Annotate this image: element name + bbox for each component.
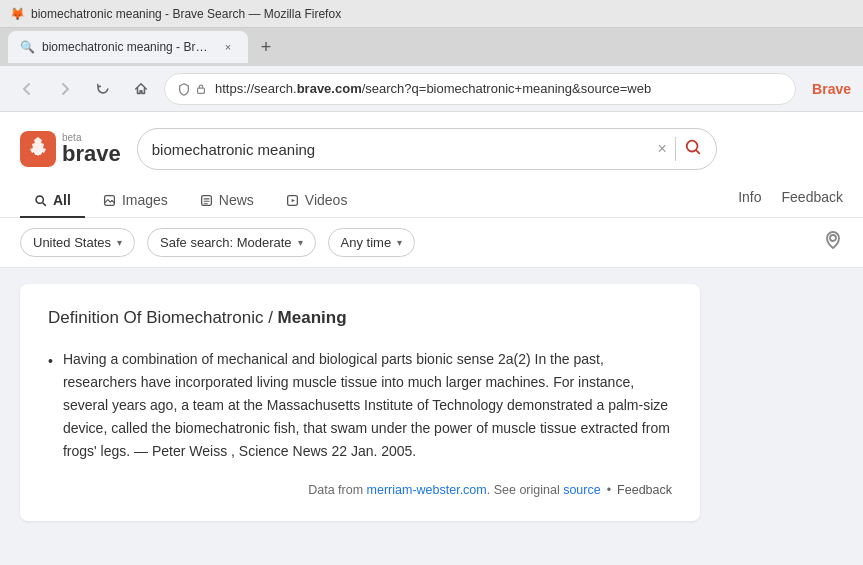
lock-icon bbox=[195, 83, 207, 95]
browser-icon: 🦊 bbox=[10, 7, 25, 21]
tab-images-label: Images bbox=[122, 192, 168, 208]
bullet-dot: • bbox=[48, 350, 53, 463]
tab-videos-label: Videos bbox=[305, 192, 348, 208]
address-bar[interactable]: https://search.brave.com/search?q=biomec… bbox=[164, 73, 796, 105]
results-area: Definition Of Biomechatronic / Meaning •… bbox=[0, 268, 863, 565]
address-text: https://search.brave.com/search?q=biomec… bbox=[215, 81, 783, 96]
brave-logo[interactable]: beta brave bbox=[20, 131, 121, 167]
new-tab-button[interactable]: + bbox=[252, 33, 280, 61]
tab-close-button[interactable]: × bbox=[220, 39, 236, 55]
forward-icon bbox=[58, 82, 72, 96]
logo-text: brave bbox=[62, 143, 121, 165]
brave-button[interactable]: Brave bbox=[812, 81, 851, 97]
info-link[interactable]: Info bbox=[738, 189, 761, 205]
definition-body: • Having a combination of mechanical and… bbox=[48, 348, 672, 463]
definition-footer: Data from merriam-webster.com. See origi… bbox=[48, 483, 672, 497]
definition-text: Having a combination of mechanical and b… bbox=[63, 348, 672, 463]
safe-search-chevron: ▾ bbox=[298, 237, 303, 248]
country-chevron: ▾ bbox=[117, 237, 122, 248]
safe-search-label: Safe search: Moderate bbox=[160, 235, 292, 250]
home-icon bbox=[134, 82, 148, 96]
definition-title-bold: Meaning bbox=[278, 308, 347, 327]
clear-search-button[interactable]: × bbox=[657, 140, 666, 158]
footer-prefix: Data from bbox=[308, 483, 366, 497]
brave-logo-icon bbox=[20, 131, 56, 167]
safe-search-filter[interactable]: Safe search: Moderate ▾ bbox=[147, 228, 316, 257]
search-icon bbox=[684, 138, 702, 156]
search-divider bbox=[675, 137, 676, 161]
location-pin-icon[interactable] bbox=[823, 230, 843, 255]
svg-point-2 bbox=[686, 140, 697, 151]
search-submit-button[interactable] bbox=[684, 138, 702, 161]
reload-button[interactable] bbox=[88, 74, 118, 104]
original-source-link[interactable]: source bbox=[563, 483, 601, 497]
news-icon bbox=[200, 194, 213, 207]
tab-title: biomechatronic meaning - Bra... bbox=[42, 40, 212, 54]
home-button[interactable] bbox=[126, 74, 156, 104]
country-label: United States bbox=[33, 235, 111, 250]
footer-middle: . See original bbox=[487, 483, 563, 497]
title-bar: 🦊 biomechatronic meaning - Brave Search … bbox=[0, 0, 863, 28]
tab-favicon: 🔍 bbox=[20, 40, 34, 54]
tab-news-label: News bbox=[219, 192, 254, 208]
tab-videos[interactable]: Videos bbox=[272, 184, 362, 218]
address-bar-icons bbox=[177, 82, 207, 96]
images-icon bbox=[103, 194, 116, 207]
search-input[interactable] bbox=[152, 141, 650, 158]
separator-dot: • bbox=[607, 483, 611, 497]
svg-rect-0 bbox=[198, 88, 205, 93]
videos-icon bbox=[286, 194, 299, 207]
svg-rect-4 bbox=[105, 195, 115, 205]
source-website-link[interactable]: merriam-webster.com bbox=[367, 483, 487, 497]
tab-all-label: All bbox=[53, 192, 71, 208]
country-filter[interactable]: United States ▾ bbox=[20, 228, 135, 257]
search-bar-row: beta brave × bbox=[20, 128, 843, 170]
time-chevron: ▾ bbox=[397, 237, 402, 248]
definition-bullet: • Having a combination of mechanical and… bbox=[48, 348, 672, 463]
browser-content: beta brave × bbox=[0, 112, 863, 565]
active-tab[interactable]: 🔍 biomechatronic meaning - Bra... × bbox=[8, 31, 248, 63]
tab-news[interactable]: News bbox=[186, 184, 268, 218]
search-input-wrapper: × bbox=[137, 128, 717, 170]
tab-all[interactable]: All bbox=[20, 184, 85, 218]
pin-icon bbox=[823, 230, 843, 250]
tab-images[interactable]: Images bbox=[89, 184, 182, 218]
definition-title: Definition Of Biomechatronic / Meaning bbox=[48, 308, 672, 328]
back-icon bbox=[20, 82, 34, 96]
shield-icon bbox=[177, 82, 191, 96]
definition-card: Definition Of Biomechatronic / Meaning •… bbox=[20, 284, 700, 521]
feedback-link[interactable]: Feedback bbox=[782, 189, 843, 205]
nav-bar: https://search.brave.com/search?q=biomec… bbox=[0, 66, 863, 112]
definition-title-prefix: Definition Of Biomechatronic / bbox=[48, 308, 278, 327]
search-header: beta brave × bbox=[0, 112, 863, 218]
forward-button[interactable] bbox=[50, 74, 80, 104]
svg-point-7 bbox=[830, 235, 836, 241]
info-feedback: Info Feedback bbox=[738, 189, 843, 213]
tab-bar: 🔍 biomechatronic meaning - Bra... × + bbox=[0, 28, 863, 66]
time-label: Any time bbox=[341, 235, 392, 250]
back-button[interactable] bbox=[12, 74, 42, 104]
svg-point-3 bbox=[36, 196, 43, 203]
time-filter[interactable]: Any time ▾ bbox=[328, 228, 416, 257]
all-search-icon bbox=[34, 194, 47, 207]
reload-icon bbox=[96, 82, 110, 96]
search-tabs-row: All Images News bbox=[20, 184, 843, 217]
filters-bar: United States ▾ Safe search: Moderate ▾ … bbox=[0, 218, 863, 268]
title-bar-text: biomechatronic meaning - Brave Search — … bbox=[31, 7, 341, 21]
search-tabs: All Images News bbox=[20, 184, 361, 217]
card-feedback-link[interactable]: Feedback bbox=[617, 483, 672, 497]
